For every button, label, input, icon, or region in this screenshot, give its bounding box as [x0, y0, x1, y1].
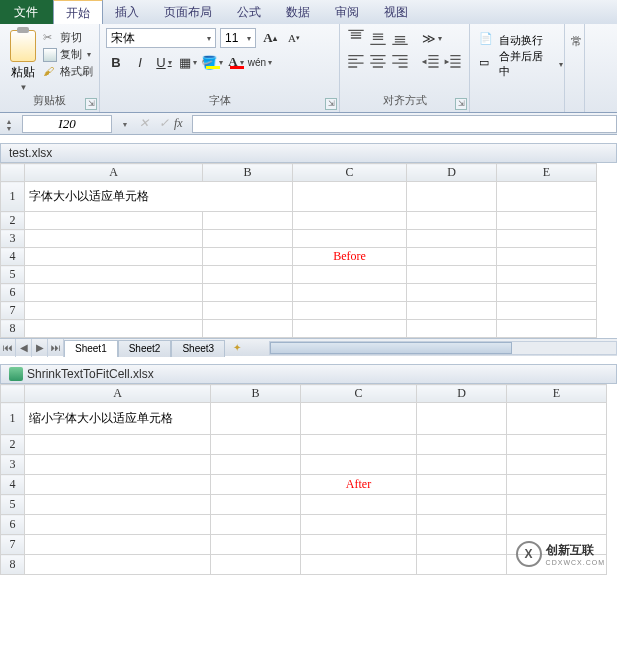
- last-sheet-button[interactable]: ⏭: [48, 339, 64, 357]
- cell[interactable]: [407, 266, 497, 284]
- font-size-select[interactable]: 11▾: [220, 28, 256, 48]
- align-bottom-button[interactable]: [390, 28, 410, 48]
- cell[interactable]: [293, 284, 407, 302]
- cell[interactable]: [507, 495, 607, 515]
- row-header[interactable]: 1: [1, 403, 25, 435]
- font-launcher[interactable]: ⇲: [325, 98, 337, 110]
- cell[interactable]: [497, 248, 597, 266]
- cell[interactable]: [25, 230, 203, 248]
- cell[interactable]: [301, 535, 417, 555]
- sheet-tab[interactable]: Sheet1: [64, 340, 118, 357]
- row-header[interactable]: 2: [1, 435, 25, 455]
- workbook-title-bar[interactable]: test.xlsx: [0, 143, 617, 163]
- cell[interactable]: [417, 455, 507, 475]
- name-box[interactable]: I20: [22, 115, 112, 133]
- cell[interactable]: [25, 535, 211, 555]
- cell[interactable]: [293, 230, 407, 248]
- cell[interactable]: [407, 212, 497, 230]
- col-header[interactable]: B: [203, 164, 293, 182]
- italic-button[interactable]: I: [130, 52, 150, 72]
- col-header[interactable]: C: [301, 385, 417, 403]
- border-button[interactable]: ▦▾: [178, 52, 198, 72]
- clipboard-launcher[interactable]: ⇲: [85, 98, 97, 110]
- cell[interactable]: [203, 302, 293, 320]
- cell[interactable]: [25, 320, 203, 338]
- sheet-tab[interactable]: Sheet2: [118, 340, 172, 357]
- cell[interactable]: [293, 212, 407, 230]
- col-header[interactable]: E: [497, 164, 597, 182]
- cell[interactable]: [417, 403, 507, 435]
- col-header[interactable]: C: [293, 164, 407, 182]
- tab-data[interactable]: 数据: [274, 0, 323, 24]
- cell[interactable]: [203, 320, 293, 338]
- cell[interactable]: [211, 495, 301, 515]
- cell[interactable]: [407, 182, 497, 212]
- sheet-grid-before[interactable]: A B C D E 1 字体大小以适应单元格 2 3 4Before 5 6 7…: [0, 163, 597, 338]
- row-header[interactable]: 6: [1, 515, 25, 535]
- align-launcher[interactable]: ⇲: [455, 98, 467, 110]
- cell[interactable]: [301, 403, 417, 435]
- col-header[interactable]: B: [211, 385, 301, 403]
- cell[interactable]: [293, 320, 407, 338]
- cell[interactable]: [417, 475, 507, 495]
- cell[interactable]: [25, 302, 203, 320]
- sheet-tab[interactable]: Sheet3: [171, 340, 225, 357]
- col-header[interactable]: A: [25, 164, 203, 182]
- bold-button[interactable]: B: [106, 52, 126, 72]
- cell[interactable]: [417, 435, 507, 455]
- cell[interactable]: [25, 515, 211, 535]
- cancel-formula-button[interactable]: ✕: [134, 116, 154, 131]
- row-header[interactable]: 4: [1, 475, 25, 495]
- row-header[interactable]: 3: [1, 230, 25, 248]
- cell[interactable]: [211, 455, 301, 475]
- fx-icon[interactable]: fx: [174, 116, 192, 131]
- cell[interactable]: [203, 266, 293, 284]
- row-header[interactable]: 3: [1, 455, 25, 475]
- decrease-font-button[interactable]: A▾: [284, 28, 304, 48]
- row-header[interactable]: 8: [1, 320, 25, 338]
- decrease-indent-button[interactable]: [421, 52, 441, 72]
- cell[interactable]: [293, 266, 407, 284]
- new-sheet-button[interactable]: ✦: [225, 342, 249, 353]
- cell[interactable]: [25, 266, 203, 284]
- cell[interactable]: [25, 495, 211, 515]
- accept-formula-button[interactable]: ✓: [154, 116, 174, 131]
- increase-indent-button[interactable]: [443, 52, 463, 72]
- font-name-select[interactable]: 宋体▾: [106, 28, 216, 48]
- prev-sheet-button[interactable]: ◀: [16, 339, 32, 357]
- select-all-corner[interactable]: [1, 164, 25, 182]
- cell[interactable]: [25, 475, 211, 495]
- tab-home[interactable]: 开始: [53, 0, 103, 24]
- cell[interactable]: [301, 515, 417, 535]
- tab-view[interactable]: 视图: [372, 0, 421, 24]
- cell[interactable]: [203, 248, 293, 266]
- cell[interactable]: [407, 248, 497, 266]
- row-header[interactable]: 7: [1, 535, 25, 555]
- cell[interactable]: [293, 182, 407, 212]
- cell[interactable]: [25, 435, 211, 455]
- cell[interactable]: [497, 320, 597, 338]
- cell[interactable]: [25, 212, 203, 230]
- select-all-corner[interactable]: [1, 385, 25, 403]
- cell[interactable]: [497, 182, 597, 212]
- cell[interactable]: [203, 284, 293, 302]
- cell[interactable]: [417, 495, 507, 515]
- row-header[interactable]: 4: [1, 248, 25, 266]
- row-header[interactable]: 5: [1, 495, 25, 515]
- cell[interactable]: [497, 212, 597, 230]
- font-color-button[interactable]: A▾: [226, 52, 246, 72]
- row-header[interactable]: 2: [1, 212, 25, 230]
- cell[interactable]: [301, 555, 417, 575]
- scroll-thumb[interactable]: [270, 342, 512, 354]
- cell[interactable]: [507, 455, 607, 475]
- cell[interactable]: [497, 230, 597, 248]
- tab-page-layout[interactable]: 页面布局: [152, 0, 225, 24]
- phonetic-button[interactable]: wén▾: [250, 52, 270, 72]
- cell[interactable]: [203, 230, 293, 248]
- paste-button[interactable]: 粘贴 ▼: [6, 28, 39, 92]
- cell[interactable]: [203, 212, 293, 230]
- row-header[interactable]: 1: [1, 182, 25, 212]
- cell[interactable]: [293, 302, 407, 320]
- row-header[interactable]: 6: [1, 284, 25, 302]
- fill-color-button[interactable]: 🪣▾: [202, 52, 222, 72]
